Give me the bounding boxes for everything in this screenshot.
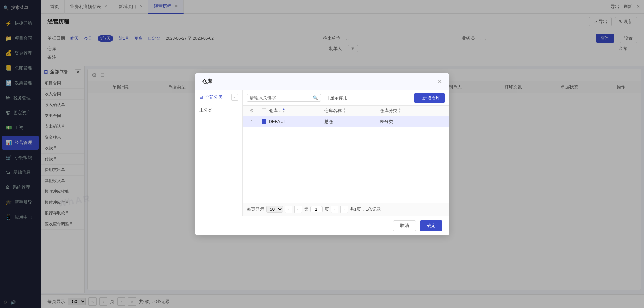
- show-disabled-checkbox[interactable]: [324, 96, 329, 100]
- search-icon: 🔍: [313, 95, 318, 100]
- cat-sort-arrows: ▲ ▼: [398, 108, 401, 114]
- wh-col-check[interactable]: [259, 108, 269, 113]
- modal-prev-btn[interactable]: ‹: [294, 206, 302, 213]
- category-header[interactable]: ⊞ 全部分类 «: [195, 90, 242, 104]
- category-collapse-btn[interactable]: «: [231, 94, 238, 101]
- search-wrap: 🔍: [247, 94, 321, 102]
- wh-col-idx: ⚙: [245, 108, 259, 114]
- category-panel: ⊞ 全部分类 « 未分类: [195, 90, 243, 216]
- modal-page-input[interactable]: [310, 206, 323, 212]
- col-gear-icon[interactable]: ⚙: [250, 108, 254, 114]
- modal-per-page-label: 每页显示: [247, 206, 264, 212]
- modal-body: ⊞ 全部分类 « 未分类 🔍 显示停用: [195, 90, 449, 216]
- category-item-uncategorized[interactable]: 未分类: [195, 104, 242, 117]
- warehouse-modal: 仓库 ✕ ⊞ 全部分类 « 未分类 🔍: [195, 73, 449, 235]
- sort-up-cat: ▲: [398, 108, 401, 110]
- sort-up-icon: ▲: [282, 108, 285, 110]
- modal-footer: 取消 确定: [195, 216, 449, 235]
- wh-col-code[interactable]: 仓库... ▲ ▼: [269, 108, 325, 114]
- code-sort-arrows: ▲ ▼: [282, 108, 285, 114]
- wh-table: 1 DEFAULT 总仓 未分类: [243, 116, 449, 203]
- wh-col-cat[interactable]: 仓库分类 ▲ ▼: [380, 108, 446, 114]
- name-sort-arrows: ▲ ▼: [343, 108, 346, 114]
- search-input[interactable]: [250, 95, 313, 100]
- modal-pagination: 每页显示 50 « ‹ 第 页 › » 共1页，1条记录: [243, 203, 449, 216]
- modal-header: 仓库 ✕: [195, 73, 449, 90]
- wh-col-name[interactable]: 仓库名称 ▲ ▼: [324, 108, 380, 114]
- modal-first-btn[interactable]: «: [285, 206, 292, 213]
- row-select-checkbox[interactable]: [262, 119, 266, 124]
- row-category: 未分类: [380, 119, 446, 125]
- modal-overlay: 仓库 ✕ ⊞ 全部分类 « 未分类 🔍: [0, 0, 644, 308]
- row-index: 1: [245, 119, 259, 124]
- modal-close-btn[interactable]: ✕: [437, 78, 442, 85]
- sort-up-name: ▲: [343, 108, 346, 110]
- row-name: 总仓: [324, 119, 380, 125]
- sort-down-cat: ▼: [398, 111, 401, 114]
- modal-next-btn[interactable]: ›: [331, 206, 338, 213]
- select-all-checkbox[interactable]: [262, 108, 266, 113]
- sort-down-name: ▼: [343, 111, 346, 114]
- modal-total-label: 共1页，1条记录: [350, 206, 381, 212]
- modal-last-btn[interactable]: »: [340, 206, 348, 213]
- sort-down-icon: ▼: [282, 111, 285, 114]
- warehouse-toolbar: 🔍 显示停用 + 新增仓库: [243, 90, 449, 106]
- confirm-button[interactable]: 确定: [420, 220, 442, 231]
- category-grid-icon: ⊞: [199, 95, 203, 100]
- cancel-button[interactable]: 取消: [393, 220, 416, 231]
- wh-table-header: ⚙ 仓库... ▲ ▼ 仓库名称: [243, 106, 449, 116]
- row-checkbox[interactable]: [259, 119, 269, 124]
- add-warehouse-btn[interactable]: + 新增仓库: [414, 93, 445, 103]
- warehouse-panel: 🔍 显示停用 + 新增仓库 ⚙: [243, 90, 449, 216]
- modal-title: 仓库: [202, 78, 212, 85]
- modal-page-label-pre: 第: [304, 206, 308, 212]
- row-code: DEFAULT: [269, 119, 325, 124]
- modal-per-page-select[interactable]: 50: [266, 206, 283, 213]
- table-row[interactable]: 1 DEFAULT 总仓 未分类: [243, 116, 449, 127]
- modal-page-label: 页: [325, 206, 329, 212]
- show-disabled-label[interactable]: 显示停用: [324, 95, 348, 101]
